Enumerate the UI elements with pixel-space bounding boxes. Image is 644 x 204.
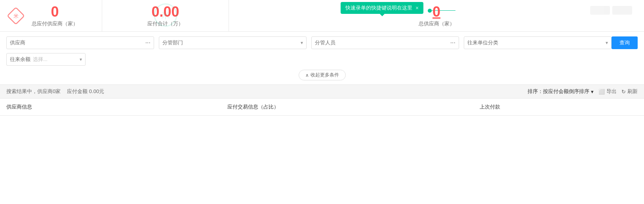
stat-number-payable-vendors: 0 [51,4,59,20]
filter-bar: 供应商 ··· 分管部门 ▾ 分管人员 ··· 往来单位分类 ▾ 查询 往来余额 [0,32,644,84]
tooltip-close-btn[interactable]: × [415,5,419,11]
unit-category-input[interactable] [501,40,606,46]
filter-row-2: 往来余额 选择... ▾ [6,53,638,66]
results-bar: 搜索结果中，供应商0家 应付金额 0.00元 排序：按应付会额倒序排序 ▾ ⬜ … [0,84,644,99]
supplier-dots[interactable]: ··· [145,39,151,46]
stat-total-payable-amount: 米 0.00 应付合计（万） [102,0,229,31]
filter-row-1: 供应商 ··· 分管部门 ▾ 分管人员 ··· 往来单位分类 ▾ 查询 [6,36,638,49]
refresh-button[interactable]: ↻ 刷新 [621,88,638,95]
bg-money-icon: 米 [154,3,177,28]
collapse-button[interactable]: ∧ 收起更多条件 [299,70,346,80]
tooltip-bubble: 快速录单的快捷键说明在这里 × [341,2,423,14]
tooltip-text: 快速录单的快捷键说明在这里 [345,4,412,11]
department-input[interactable] [185,40,301,46]
stat-total-vendors: 0 总供应商（家） [229,0,644,31]
balance-filter[interactable]: 往来余额 选择... ▾ [6,53,86,66]
unit-category-label: 往来单位分类 [467,39,498,46]
supplier-input[interactable] [28,40,144,46]
query-button[interactable]: 查询 [612,36,638,49]
manager-label: 分管人员 [315,39,335,46]
col-header-lastpay: 上次付款 [480,103,638,111]
manager-dots[interactable]: ··· [450,39,455,46]
refresh-label: 刷新 [627,88,638,95]
supplier-filter[interactable]: 供应商 ··· [6,36,154,49]
manager-filter[interactable]: 分管人员 ··· [311,36,459,49]
collapse-label: 收起更多条件 [311,72,339,78]
results-vendor-count: 搜索结果中，供应商0家 [6,88,61,95]
supplier-label: 供应商 [10,39,25,46]
col-header-transaction: 应付交易信息（占比） [227,103,480,111]
faint-bg-buttons [590,6,632,15]
balance-placeholder: 选择... [33,56,48,63]
collapse-chevron-icon: ∧ [305,72,309,78]
stat-number-total-vendors: 0 [433,4,440,20]
empty-content-area [0,116,644,203]
svg-text:米: 米 [161,10,170,20]
svg-text:米: 米 [13,13,19,19]
balance-label: 往来余额 [10,56,30,63]
logo-diamond: 米 [6,6,26,26]
results-amount: 应付金额 0.00元 [67,88,104,95]
department-filter[interactable]: 分管部门 ▾ [159,36,307,49]
balance-chevron[interactable]: ▾ [80,57,82,62]
stat-label-total-vendors: 总供应商（家） [419,20,455,27]
stat-label-payable-vendors: 总应付供应商（家） [32,20,78,27]
export-icon: ⬜ [598,89,605,95]
unit-category-chevron[interactable]: ▾ [606,40,608,46]
sort-button[interactable]: 排序：按应付会额倒序排序 ▾ [528,88,594,95]
manager-input[interactable] [338,40,449,46]
stats-bar: 米 0 总应付供应商（家） 米 0.00 应付合计（万） 快速录单的快捷键说明在… [0,0,644,32]
department-chevron[interactable]: ▾ [301,40,303,46]
refresh-icon: ↻ [621,89,626,95]
results-summary: 搜索结果中，供应商0家 应付金额 0.00元 [6,88,104,95]
department-label: 分管部门 [162,39,183,46]
export-button[interactable]: ⬜ 导出 [598,88,617,95]
col-header-supplier: 供应商信息 [6,103,227,111]
unit-category-filter[interactable]: 往来单位分类 ▾ [464,36,612,49]
results-actions: 排序：按应付会额倒序排序 ▾ ⬜ 导出 ↻ 刷新 [528,88,638,95]
export-label: 导出 [606,88,617,95]
table-header: 供应商信息 应付交易信息（占比） 上次付款 [0,99,644,116]
sort-label: 排序：按应付会额倒序排序 [528,88,589,95]
collapse-bar: ∧ 收起更多条件 [6,70,638,84]
sort-chevron-icon: ▾ [591,89,594,95]
